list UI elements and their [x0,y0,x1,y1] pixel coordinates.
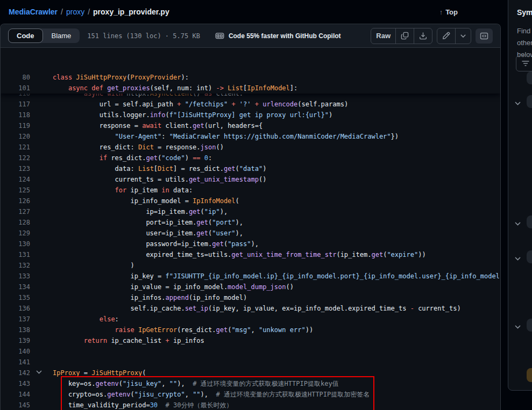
code-line: 117 url = self.api_path + "/fetchips" + … [1,99,500,110]
line-number[interactable]: 139 [1,337,30,344]
symbol-pill[interactable] [527,215,532,228]
collapse-toggle[interactable] [30,368,53,378]
line-number[interactable]: 131 [1,251,30,258]
line-number[interactable]: 127 [1,208,30,215]
line-number[interactable]: 120 [1,133,30,140]
line-number[interactable]: 122 [1,154,30,162]
gutter-spacer [30,400,53,410]
line-number[interactable]: 134 [1,283,30,291]
line-number[interactable]: 124 [1,176,30,183]
symbol-pill[interactable] [527,368,532,382]
tab-blame[interactable]: Blame [43,28,80,43]
symbol-pill[interactable] [527,71,532,84]
line-number[interactable]: 138 [1,326,30,334]
symbol-expand-chevron[interactable] [515,321,521,331]
gutter-spacer [30,228,53,239]
symbol-expand-chevron[interactable] [515,98,521,107]
gutter-spacer [30,335,53,346]
code-line: 138 raise IpGetError(res_dict.get("msg",… [1,325,500,335]
copilot-banner[interactable]: Code 55% faster with GitHub Copilot [215,31,341,40]
edit-file-button[interactable] [437,28,455,44]
line-number[interactable]: 137 [1,315,30,323]
line-number[interactable]: 123 [1,165,30,172]
line-number[interactable]: 121 [1,143,30,151]
line-number[interactable]: 80 [1,74,30,81]
breadcrumb-current-file: proxy_ip_provider.py [93,8,169,16]
line-number[interactable]: 141 [1,358,30,366]
chevron-down-icon[interactable] [515,222,521,226]
line-number[interactable]: 143 [1,380,30,387]
line-number[interactable]: 117 [1,100,30,108]
gutter-spacer [30,185,53,196]
line-number[interactable]: 133 [1,272,30,280]
line-number[interactable]: 126 [1,197,30,205]
line-number[interactable]: 136 [1,305,30,312]
gutter-spacer [30,142,53,153]
symbol-pill[interactable] [527,319,532,332]
tab-code[interactable]: Code [8,28,43,43]
line-number[interactable]: 132 [1,262,30,269]
pencil-icon [442,32,450,40]
chevron-down-icon[interactable] [515,102,521,105]
code-text: class JiSuHttpProxy(ProxyProvider): [53,74,189,81]
symbols-panel: Symbols Findotherbelow [508,0,532,391]
chevron-down-icon[interactable] [36,370,42,374]
code-text: return ip_cache_list + ip_infos [53,337,204,344]
line-number[interactable]: 128 [1,219,30,226]
line-number[interactable]: 130 [1,240,30,248]
line-number[interactable]: 118 [1,111,30,119]
download-icon [419,32,427,40]
copy-raw-button[interactable] [395,28,414,44]
code-line: 144 crypto=os.getenv("jisu_crypto", ""),… [1,389,500,400]
gutter-spacer [30,389,53,400]
symbols-filter-button[interactable] [516,55,532,71]
symbol-expand-chevron[interactable] [515,253,521,263]
line-number[interactable]: 119 [1,122,30,130]
line-number[interactable]: 140 [1,348,30,355]
gutter-spacer [30,271,53,282]
symbols-pane-toggle-button[interactable] [476,28,493,44]
breadcrumb-folder-link[interactable]: proxy [66,8,84,16]
line-number[interactable]: 129 [1,229,30,237]
arrow-up-icon: ↑ [439,8,443,16]
breadcrumb-repo-link[interactable]: MediaCrawler [9,8,58,16]
code-text: crypto=os.getenv("jisu_crypto", ""), # 通… [53,390,370,399]
download-raw-button[interactable] [414,28,432,44]
edit-dropdown-button[interactable] [455,28,471,44]
code-line: 127 ip=ip_item.get("ip"), [1,206,500,217]
line-number[interactable]: 125 [1,186,30,194]
line-number[interactable]: 142 [1,369,30,377]
back-to-top-label: Top [445,8,458,16]
chevron-down-icon[interactable] [515,257,521,261]
code-line: 129 user=ip_item.get("user"), [1,228,500,239]
code-text: async def get_proxies(self, num: int) ->… [53,84,297,92]
code-line: 124 current_ts = utils.get_unix_timestam… [1,174,500,185]
symbol-pill[interactable] [527,250,532,263]
breadcrumb-separator: / [61,8,63,16]
symbol-expand-chevron[interactable] [515,218,521,228]
raw-button[interactable]: Raw [371,28,395,44]
code-line: 133 ip_key = f"JISUHTTP_{ip_info_model.i… [1,271,500,282]
symbols-description-line: other [517,37,532,49]
code-text: raise IpGetError(res_dict.get("msg", "un… [53,326,313,334]
code-text: self.ip_cache.set_ip(ip_key, ip_value, e… [53,305,461,312]
line-number[interactable]: 144 [1,391,30,398]
code-line: 128 port=ip_item.get("port"), [1,217,500,228]
line-number[interactable]: 145 [1,401,30,409]
line-number[interactable]: 135 [1,294,30,301]
gutter-spacer [30,99,53,110]
line-number[interactable]: 101 [1,84,30,92]
code-line: 142IpProxy = JiSuHttpProxy( [1,368,500,378]
code-text: for ip_item in data: [53,186,193,194]
code-text: url = self.api_path + "/fetchips" + '?' … [53,100,348,108]
code-line: 123 data: List[Dict] = res_dict.get("dat… [1,163,500,174]
gutter-spacer [30,83,53,93]
breadcrumb: MediaCrawler / proxy / proxy_ip_provider… [9,8,169,16]
edit-group [437,28,471,44]
symbol-pill[interactable] [527,95,532,108]
gutter-spacer [30,260,53,271]
chevron-down-icon[interactable] [515,325,521,329]
code-text: response = await client.get(url, headers… [53,122,263,130]
symbol-row [508,95,532,108]
back-to-top-link[interactable]: ↑ Top [439,8,458,16]
